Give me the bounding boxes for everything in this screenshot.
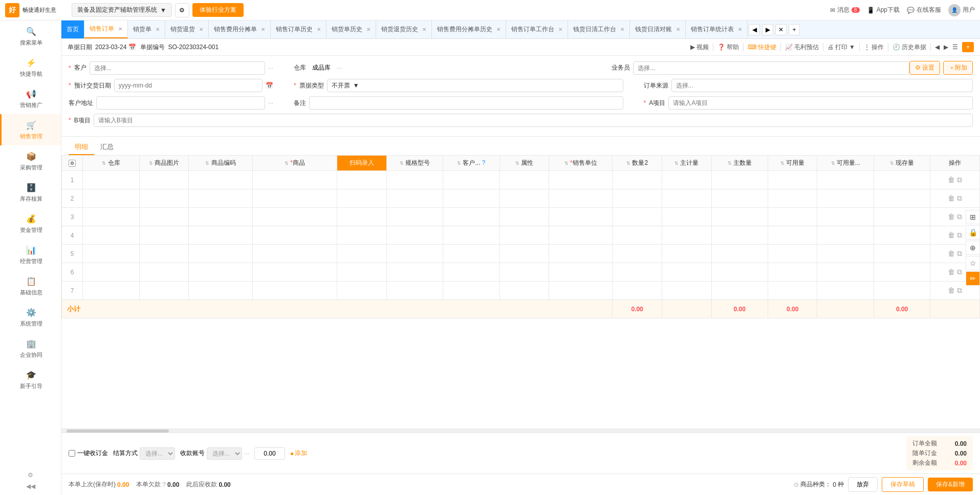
- copy-icon[interactable]: ⧉: [957, 268, 962, 276]
- delete-icon[interactable]: 🗑: [948, 268, 955, 276]
- row-7-product-code[interactable]: [189, 282, 252, 300]
- b-project-input[interactable]: [94, 114, 973, 127]
- warehouse-dots-button[interactable]: ···: [337, 64, 342, 72]
- sort-icon[interactable]: ⇅: [205, 161, 209, 166]
- tab-detail[interactable]: 明细: [69, 140, 94, 155]
- sort-icon[interactable]: ⇅: [674, 161, 679, 166]
- row-5-stock[interactable]: [874, 245, 930, 263]
- sort-icon[interactable]: ⇅: [102, 161, 106, 166]
- address-input[interactable]: [96, 96, 265, 110]
- row-6-available[interactable]: [768, 263, 817, 282]
- tab-sales-order-workbench[interactable]: 销售订单工作台 ✕: [506, 20, 568, 38]
- scrollbar-thumb[interactable]: [67, 429, 169, 433]
- help-circle-icon[interactable]: ?: [482, 159, 486, 166]
- message-button[interactable]: ✉ 消息 8: [830, 6, 860, 14]
- sidebar-item-basic-info[interactable]: 📋 基础信息: [0, 270, 61, 302]
- sidebar-collapse-icon[interactable]: ◀◀: [26, 483, 35, 490]
- sort-icon[interactable]: ⇅: [626, 161, 630, 166]
- sidebar-item-inventory[interactable]: 🗄️ 库存核算: [0, 177, 61, 208]
- save-draft-button[interactable]: 保存草稿: [882, 477, 924, 492]
- row-4-cust-field[interactable]: [443, 226, 499, 245]
- remark-input[interactable]: [309, 96, 623, 110]
- sidebar-item-sys-mgmt[interactable]: ⚙️ 系统管理: [0, 302, 61, 333]
- row-2-main-qty[interactable]: [711, 189, 768, 208]
- row-6-attr[interactable]: [499, 263, 549, 282]
- copy-icon[interactable]: ⧉: [957, 249, 962, 258]
- user-avatar-button[interactable]: 👤 用户: [948, 4, 975, 16]
- tab-close-icon[interactable]: ✕: [118, 26, 122, 32]
- copy-icon[interactable]: ⧉: [957, 194, 962, 203]
- row-1-product-img[interactable]: [139, 171, 189, 189]
- row-5-available2[interactable]: [817, 245, 874, 263]
- row-6-warehouse[interactable]: [83, 263, 139, 282]
- tab-close-icon[interactable]: ✕: [366, 27, 371, 32]
- sort-icon[interactable]: ⇅: [831, 161, 835, 166]
- tab-home[interactable]: 首页: [61, 20, 84, 38]
- copy-icon[interactable]: ⧉: [957, 212, 962, 221]
- row-3-warehouse[interactable]: [83, 208, 139, 226]
- sidebar-item-guide[interactable]: 🎓 新手引导: [0, 364, 61, 395]
- row-5-main-unit[interactable]: [662, 245, 711, 263]
- row-2-available[interactable]: [768, 189, 817, 208]
- row-3-available2[interactable]: [817, 208, 874, 226]
- row-3-scan[interactable]: [337, 208, 387, 226]
- row-4-available2[interactable]: [817, 226, 874, 245]
- row-1-main-unit[interactable]: [662, 171, 711, 189]
- sidebar-settings-icon[interactable]: ⚙: [28, 471, 33, 479]
- delete-icon[interactable]: 🗑: [948, 176, 955, 184]
- row-7-scan[interactable]: [337, 282, 387, 300]
- row-3-qty2[interactable]: [613, 208, 662, 226]
- delete-icon[interactable]: 🗑: [948, 194, 955, 203]
- row-5-product-img[interactable]: [139, 245, 189, 263]
- one-click-payment-checkbox[interactable]: [69, 450, 75, 457]
- tab-sales-return-goods[interactable]: 销货退货 ✕: [165, 20, 209, 38]
- save-new-button[interactable]: 保存&新增: [928, 478, 973, 491]
- float-btn-4[interactable]: ☆: [966, 256, 980, 270]
- row-1-main-qty[interactable]: [711, 171, 768, 189]
- row-5-qty2[interactable]: [613, 245, 662, 263]
- tab-close-icon[interactable]: ✕: [558, 27, 562, 32]
- row-4-main-qty[interactable]: [711, 226, 768, 245]
- row-5-product-code[interactable]: [189, 245, 252, 263]
- calendar-icon[interactable]: 📅: [128, 44, 136, 51]
- online-service-button[interactable]: 💬 在线客服: [907, 6, 941, 14]
- help-icon-status[interactable]: ?: [162, 481, 166, 488]
- tab-prev-button[interactable]: ◀: [749, 24, 760, 35]
- row-4-product-img[interactable]: [139, 226, 189, 245]
- row-5-cust-field[interactable]: [443, 245, 499, 263]
- print-button[interactable]: 🖨 打印 ▼: [827, 43, 855, 52]
- tab-close-icon[interactable]: ✕: [317, 27, 321, 32]
- sidebar-item-capital-mgmt[interactable]: 💰 资金管理: [0, 208, 61, 239]
- sidebar-item-enterprise[interactable]: 🏢 企业协同: [0, 333, 61, 364]
- row-1-cust-field[interactable]: [443, 171, 499, 189]
- row-3-main-qty[interactable]: [711, 208, 768, 226]
- order-source-input[interactable]: [671, 79, 973, 92]
- sort-icon[interactable]: ⇅: [564, 161, 569, 166]
- tab-close-icon[interactable]: ✕: [620, 27, 624, 32]
- row-7-cust-field[interactable]: [443, 282, 499, 300]
- new-record-button[interactable]: +: [962, 42, 974, 52]
- row-3-stock[interactable]: [874, 208, 930, 226]
- row-4-warehouse[interactable]: [83, 226, 139, 245]
- row-2-scan[interactable]: [337, 189, 387, 208]
- delete-icon[interactable]: 🗑: [948, 249, 955, 258]
- tab-sales-fee-split[interactable]: 销售费用分摊单 ✕: [209, 20, 271, 38]
- row-6-product[interactable]: [252, 263, 337, 282]
- row-6-stock[interactable]: [874, 263, 930, 282]
- row-6-qty2[interactable]: [613, 263, 662, 282]
- row-2-product[interactable]: [252, 189, 337, 208]
- sort-icon[interactable]: ⇅: [780, 161, 785, 166]
- settings-gear-button[interactable]: ⚙: [175, 3, 189, 17]
- tab-sales-order[interactable]: 销售订单 ✕: [84, 20, 128, 38]
- tab-sales-return-goods-history[interactable]: 销货退货历史 ✕: [376, 20, 432, 38]
- row-3-product-code[interactable]: [189, 208, 252, 226]
- row-1-product[interactable]: [252, 171, 337, 189]
- sort-icon[interactable]: ⇅: [457, 161, 461, 166]
- account-dots-button[interactable]: ···: [244, 450, 249, 457]
- sidebar-item-search-menu[interactable]: 🔍 搜索菜单: [0, 20, 61, 52]
- tab-add-button[interactable]: +: [789, 24, 800, 35]
- sort-icon[interactable]: ⇅: [285, 161, 289, 166]
- customer-dots-button[interactable]: ···: [268, 64, 273, 72]
- float-btn-1[interactable]: ⊞: [966, 210, 980, 224]
- tab-sales-return[interactable]: 销货单 ✕: [128, 20, 165, 38]
